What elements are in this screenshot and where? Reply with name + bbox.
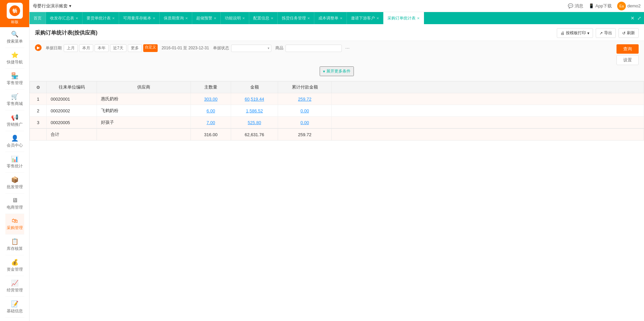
account-label: 母婴行业演示账套 (33, 3, 68, 9)
tab-expiry-query[interactable]: 保质期查询✕ (160, 12, 192, 24)
date-7days-btn[interactable]: 近7天 (110, 44, 126, 52)
status-select-wrapper (231, 45, 271, 52)
avatar-text: Ea (620, 4, 624, 8)
goods-input[interactable] (285, 45, 342, 52)
search-btn[interactable]: 查询 (616, 44, 639, 54)
tab-cost-adjust[interactable]: 成本调整单✕ (314, 12, 347, 24)
cell-amount-1[interactable]: 1,586.52 (231, 105, 278, 117)
date-this-year-btn[interactable]: 本年 (95, 44, 109, 52)
sidebar-item-finance[interactable]: 💰资金管理 (5, 255, 24, 276)
sidebar-icon-operations: 📈 (11, 279, 18, 287)
tab-order-summary[interactable]: 要货单统计表✕ (83, 12, 119, 24)
collapse-arrow-btn[interactable]: ▶ (35, 44, 42, 51)
cell-paid-1[interactable]: 0.00 (278, 105, 332, 117)
print-template-btn[interactable]: 🖨 按模板打印 ▾ (557, 28, 593, 38)
tab-close-invite-downstream[interactable]: ✕ (376, 16, 379, 20)
tab-receive-summary[interactable]: 收发存汇总表✕ (46, 12, 83, 24)
sidebar-item-system[interactable]: ⚙系统管理 (5, 318, 24, 321)
account-dropdown[interactable]: 母婴行业演示账套 ▾ (33, 3, 71, 9)
goods-more-btn[interactable]: ··· (344, 45, 351, 51)
tab-overstock-warning[interactable]: 超储预警✕ (192, 12, 221, 24)
tab-purchase-order-summary[interactable]: 采购订单统计表✕ (383, 12, 424, 24)
topbar: 母婴行业演示账套 ▾ 💬 消息 📱 App下载 Ea demo2 (30, 0, 644, 12)
cell-supplier-0: 惠氏奶粉 (97, 93, 191, 105)
app-download-btn[interactable]: 📱 App下载 (589, 3, 612, 9)
cell-extra-1 (332, 105, 644, 117)
page: 采购订单统计表(按供应商) 🖨 按模板打印 ▾ ↗ 导出 ↺ 刷新 (30, 24, 644, 321)
sidebar-item-retail-mgmt[interactable]: 🏪零售管理 (5, 69, 24, 90)
tab-label-invite-downstream: 邀请下游客户 (351, 15, 375, 21)
date-this-month-btn[interactable]: 本月 (79, 44, 93, 52)
tab-home[interactable]: 首页 (30, 12, 46, 24)
cell-qty-0[interactable]: 303.00 (191, 93, 231, 105)
cell-qty-2[interactable]: 7.00 (191, 117, 231, 129)
sidebar-label-retail-store: 零售商城 (7, 101, 23, 107)
sidebar-item-ecommerce[interactable]: 🖥电商管理 (5, 194, 24, 214)
footer-empty1 (30, 128, 47, 141)
date-filter: 单据日期 上月 本月 本年 近7天 更多 自定义 (46, 44, 158, 52)
table-footer: 合计 316.00 62,631.76 259.72 (30, 128, 644, 141)
message-btn[interactable]: 💬 消息 (568, 3, 583, 9)
cell-qty-1[interactable]: 6.00 (191, 105, 231, 117)
status-select[interactable] (231, 45, 271, 52)
sidebar-item-search[interactable]: 🔍搜索菜单 (5, 27, 24, 48)
footer-amount: 62,631.76 (231, 128, 278, 141)
user-area[interactable]: Ea demo2 (617, 2, 641, 10)
sidebar-icon-ecommerce: 🖥 (12, 197, 18, 204)
footer-empty3 (332, 128, 644, 141)
maximize-btn[interactable]: ⤢ (637, 15, 641, 21)
close-all-tabs-btn[interactable]: ✕ (631, 15, 635, 21)
tab-close-config-info[interactable]: ✕ (271, 16, 273, 20)
setting-btn[interactable]: 设置 (616, 55, 639, 65)
date-last-month-btn[interactable]: 上月 (64, 44, 78, 52)
sidebar-item-retail-store[interactable]: 🛒零售商城 (5, 90, 24, 110)
footer-qty: 316.00 (191, 128, 231, 141)
message-icon: 💬 (568, 3, 573, 8)
sidebar-label-search: 搜索菜单 (7, 39, 23, 44)
sidebar-item-quick-nav[interactable]: ⭐快捷导航 (5, 48, 24, 69)
topbar-left: 母婴行业演示账套 ▾ (33, 3, 71, 9)
sidebar-item-basic-info[interactable]: 📝基础信息 (5, 297, 24, 318)
sidebar-item-wholesale-mgmt[interactable]: 📦批发管理 (5, 173, 24, 194)
tab-close-purchase-order-summary[interactable]: ✕ (417, 16, 420, 20)
date-more-btn[interactable]: 更多 (128, 44, 142, 52)
cell-paid-2[interactable]: 0.00 (278, 117, 332, 129)
sidebar-item-operations[interactable]: 📈经营管理 (5, 276, 24, 297)
tab-close-order-summary[interactable]: ✕ (112, 16, 115, 20)
sidebar-item-purchase-mgmt[interactable]: 🛍采购管理 (5, 214, 24, 234)
tab-close-receive-summary[interactable]: ✕ (75, 16, 78, 20)
tab-close-available-stock[interactable]: ✕ (153, 16, 155, 20)
data-table: ⚙ 往来单位编码 供应商 主数量 金额 累计付款金额 1 00020001 惠氏… (30, 81, 644, 141)
sidebar-item-inventory[interactable]: 📋库存核算 (5, 234, 24, 255)
tab-available-stock[interactable]: 可用量库存账本✕ (119, 12, 160, 24)
tab-close-cost-adjust[interactable]: ✕ (340, 16, 342, 20)
table-body: 1 00020001 惠氏奶粉 303.00 60,519.44 259.72 … (30, 93, 644, 129)
goods-filter: 商品 ··· (275, 45, 351, 52)
col-header-settings[interactable]: ⚙ (30, 82, 47, 93)
date-range-display: 2016-01-01 至 2023-12-31 (162, 45, 209, 51)
tab-close-function-desc[interactable]: ✕ (242, 16, 245, 20)
tab-invite-downstream[interactable]: 邀请下游客户✕ (347, 12, 383, 24)
main-content: 母婴行业演示账套 ▾ 💬 消息 📱 App下载 Ea demo2 首页收发存汇总… (30, 0, 644, 321)
table-row: 3 00020005 好孩子 7.00 525.80 0.00 (30, 117, 644, 129)
cell-amount-0[interactable]: 60,519.44 (231, 93, 278, 105)
tab-picking-task[interactable]: 拣货任务管理✕ (278, 12, 314, 24)
tab-close-overstock-warning[interactable]: ✕ (214, 16, 216, 20)
table-row: 1 00020001 惠氏奶粉 303.00 60,519.44 259.72 (30, 93, 644, 105)
cell-amount-2[interactable]: 525.80 (231, 117, 278, 129)
tab-function-desc[interactable]: 功能说明✕ (221, 12, 249, 24)
tab-close-picking-task[interactable]: ✕ (307, 16, 310, 20)
tab-close-expiry-query[interactable]: ✕ (185, 16, 188, 20)
sidebar-item-retail-stats[interactable]: 📊零售统计 (5, 152, 24, 173)
sidebar-item-marketing[interactable]: 📢营销推广 (5, 110, 24, 131)
message-label: 消息 (575, 3, 583, 9)
sidebar-label-operations: 经营管理 (7, 287, 23, 293)
tab-label-function-desc: 功能说明 (225, 15, 241, 21)
export-label: 导出 (604, 30, 612, 36)
tab-config-info[interactable]: 配置信息✕ (249, 12, 278, 24)
export-btn[interactable]: ↗ 导出 (596, 28, 616, 38)
sidebar-item-member[interactable]: 👤会员中心 (5, 131, 24, 152)
refresh-btn[interactable]: ↺ 刷新 (619, 28, 639, 38)
cell-paid-0[interactable]: 259.72 (278, 93, 332, 105)
expand-more-btn[interactable]: ▾ 展开更多条件 (320, 66, 354, 76)
